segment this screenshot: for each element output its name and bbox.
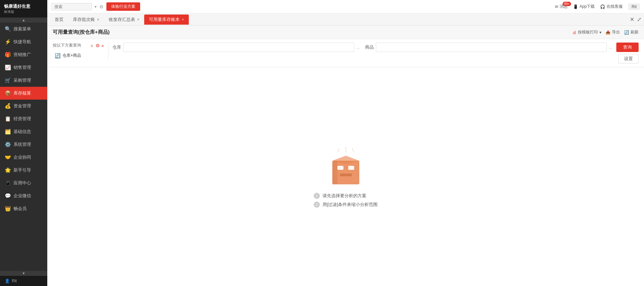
sidebar-item-finance[interactable]: 💰 资金管理 [0, 100, 47, 112]
tab-available-stock[interactable]: 可用量库存账本 × [144, 15, 189, 25]
scheme-item-warehouse-goods[interactable]: 🔄 仓库+商品 [53, 51, 104, 60]
app-icon: 📱 [573, 4, 578, 9]
message-button[interactable]: ✉ 消息 99+ [555, 4, 568, 9]
query-buttons: 查询 设置 [616, 43, 639, 63]
sidebar-item-label-newbie: 新手引导 [14, 167, 31, 173]
marketing-icon: 🎁 [5, 52, 11, 58]
tab-expand-button[interactable]: ⤢ [637, 16, 641, 23]
tab-stock-summary[interactable]: 收发存汇总表 × [104, 15, 144, 25]
member-icon: 👑 [5, 206, 11, 212]
sidebar-item-basic[interactable]: 🗂️ 基础信息 [0, 125, 47, 138]
sidebar-item-inventory[interactable]: 📦 库存核算 [0, 87, 47, 100]
dropdown-icon[interactable]: ▾ [95, 4, 97, 9]
sidebar-item-purchase[interactable]: 🛒 采购管理 [0, 74, 47, 87]
sidebar-item-label-member: 畅会员 [14, 206, 27, 212]
gear-icon[interactable]: ⚙ [99, 4, 104, 9]
service-icon: 🎧 [600, 4, 605, 9]
sidebar-item-label-system: 系统管理 [14, 141, 31, 148]
warehouse-more-button[interactable]: ... [356, 45, 360, 50]
sidebar-item-marketing[interactable]: 🎁 营销推广 [0, 48, 47, 61]
app-label: App下载 [579, 4, 595, 9]
goods-input[interactable] [376, 43, 607, 52]
collapse-scheme-button[interactable]: « [101, 43, 104, 48]
page-header: 可用量查询(按仓库+商品) 🖨 按模板打印 ▾ 📤 导出 🔄 刷新 [47, 26, 644, 39]
sidebar-user-label: Rit [12, 279, 17, 283]
sidebar-item-quicknav[interactable]: ⚡ 快捷导航 [0, 35, 47, 48]
refresh-label: 刷新 [630, 29, 639, 35]
print-icon: 🖨 [572, 30, 576, 35]
page-content: 可用量查询(按仓库+商品) 🖨 按模板打印 ▾ 📤 导出 🔄 刷新 [47, 26, 644, 286]
svg-rect-5 [337, 166, 343, 170]
apps-icon: 📱 [5, 180, 11, 186]
export-button[interactable]: 📤 导出 [606, 29, 620, 35]
brand-sub: 标准版 [4, 9, 14, 14]
trial-button[interactable]: 体验行业方案 [106, 2, 140, 11]
sidebar-item-operations[interactable]: 📋 经营管理 [0, 112, 47, 125]
inventory-icon: 📦 [5, 90, 11, 96]
page-title: 可用量查询(按仓库+商品) [53, 29, 110, 35]
operations-icon: 📋 [5, 116, 11, 122]
system-icon: ⚙️ [5, 141, 11, 148]
tip-num-1: 1 [314, 193, 320, 199]
svg-line-1 [337, 149, 339, 153]
topbar: ▾ ⚙ 体验行业方案 ✉ 消息 99+ 📱 App下载 🎧 在线客服 Rit [47, 0, 644, 14]
refresh-button[interactable]: 🔄 刷新 [624, 29, 639, 35]
enterprise-icon: 🤝 [5, 154, 11, 160]
sidebar-item-newbie[interactable]: 🌟 新手引导 [0, 164, 47, 177]
sidebar-bottom-user[interactable]: 👤 Rit [0, 276, 47, 286]
schemes-actions: ＋ ⚙ « [89, 43, 104, 48]
quicknav-icon: ⚡ [5, 39, 11, 45]
sidebar-item-label-marketing: 营销推广 [14, 52, 31, 58]
settings-scheme-button[interactable]: ⚙ [96, 43, 100, 48]
goods-more-button[interactable]: ... [609, 45, 612, 50]
user-menu-button[interactable]: Rit [628, 3, 640, 10]
sidebar-item-label-search: 搜索菜单 [14, 26, 31, 32]
warehouse-label: 仓库 [112, 44, 121, 50]
print-dropdown-icon[interactable]: ▾ [599, 30, 601, 35]
warehouse-field-group: 仓库 ... [112, 43, 360, 52]
sidebar-item-enterprise[interactable]: 🤝 企业协同 [0, 151, 47, 164]
online-service-button[interactable]: 🎧 在线客服 [600, 4, 623, 9]
tab-inventory-batch-close[interactable]: × [97, 17, 99, 22]
sidebar-item-sales[interactable]: 📈 销售管理 [0, 61, 47, 74]
query-schemes: 按以下方案查询 ＋ ⚙ « 🔄 仓库+商品 [53, 43, 108, 60]
sidebar-item-apps[interactable]: 📱 应用中心 [0, 177, 47, 189]
sidebar-item-wechat[interactable]: 💬 企业微信 [0, 189, 47, 202]
sidebar-item-label-purchase: 采购管理 [14, 77, 31, 83]
sidebar-nav: 🔍 搜索菜单⚡ 快捷导航🎁 营销推广📈 销售管理🛒 采购管理📦 库存核算💰 资金… [0, 23, 47, 271]
tab-available-stock-close[interactable]: × [182, 17, 184, 22]
search-input[interactable] [51, 3, 92, 10]
tip-text-1: 请先选择要分析的方案 [323, 193, 366, 199]
sidebar-item-label-inventory: 库存核算 [14, 90, 31, 96]
sidebar-item-label-sales: 销售管理 [14, 64, 31, 71]
sidebar-item-search[interactable]: 🔍 搜索菜单 [0, 23, 47, 35]
tab-home-label: 首页 [55, 17, 63, 23]
query-fields: 仓库 ... 商品 ... [112, 43, 612, 52]
sidebar-scroll-down[interactable]: ▼ [0, 271, 47, 276]
print-button[interactable]: 🖨 按模板打印 ▾ [572, 29, 601, 35]
schemes-label: 按以下方案查询 [53, 43, 81, 48]
tabs-bar: 首页 库存批次账 × 收发存汇总表 × 可用量库存账本 × ✕ ⤢ [47, 14, 644, 26]
topbar-right: ✉ 消息 99+ 📱 App下载 🎧 在线客服 Rit [555, 3, 640, 10]
empty-tips: 1 请先选择要分析的方案 2 用[过滤]条件来缩小分析范围 [314, 193, 378, 208]
column-settings-button[interactable]: 设置 [618, 54, 639, 63]
goods-label: 商品 [365, 44, 374, 50]
warehouse-input[interactable] [123, 43, 354, 52]
add-scheme-button[interactable]: ＋ [89, 43, 94, 48]
tab-stock-summary-label: 收发存汇总表 [109, 17, 135, 23]
sidebar-item-member[interactable]: 👑 畅会员 [0, 202, 47, 215]
tab-stock-summary-close[interactable]: × [137, 17, 139, 22]
tab-home[interactable]: 首页 [50, 15, 68, 25]
empty-tip-2: 2 用[过滤]条件来缩小分析范围 [314, 202, 378, 208]
sidebar-scroll-up[interactable]: ▲ [0, 18, 47, 23]
tab-close-button[interactable]: ✕ [630, 16, 634, 23]
query-schemes-header: 按以下方案查询 ＋ ⚙ « [53, 43, 104, 48]
print-label: 按模板打印 [578, 29, 598, 35]
query-button[interactable]: 查询 [616, 43, 639, 52]
tab-inventory-batch-label: 库存批次账 [73, 17, 95, 23]
app-download-button[interactable]: 📱 App下载 [573, 4, 595, 9]
brand-name: 畅康通好生意 [4, 3, 30, 9]
user-avatar-icon: 👤 [5, 279, 10, 283]
tab-inventory-batch[interactable]: 库存批次账 × [68, 15, 104, 25]
sidebar-item-system[interactable]: ⚙️ 系统管理 [0, 138, 47, 151]
